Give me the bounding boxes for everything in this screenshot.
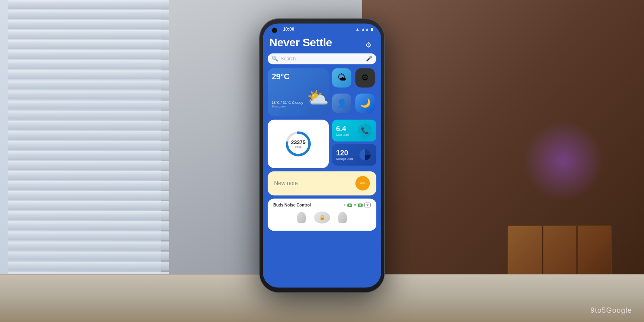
never-settle-title: Never Settle bbox=[268, 33, 376, 53]
scene: 9to5Google 10:00 ▲ ▲▲ ▮ ⚙ Never S bbox=[0, 0, 644, 322]
settings-app-icon[interactable]: ⚙ bbox=[355, 68, 375, 87]
new-note-widget[interactable]: New note ✏ bbox=[268, 171, 376, 195]
status-icons: ▲ ▲▲ ▮ bbox=[355, 27, 373, 31]
status-bar: 10:00 ▲ ▲▲ ▮ bbox=[263, 23, 381, 33]
weather-city: Shenzhen bbox=[272, 105, 303, 108]
battery-icon: ▮ bbox=[371, 27, 373, 31]
weather-app-icon[interactable]: 🌤 bbox=[332, 68, 351, 87]
watermark: 9to5Google bbox=[590, 306, 632, 315]
search-placeholder: Search bbox=[281, 56, 363, 62]
right-earbud bbox=[338, 212, 347, 223]
widget-row-1: 29°C ⛅ 18°C / 31°C Cloudy Shenzhen 🌤 ⚙ 👤… bbox=[268, 68, 376, 116]
widget-row-2: 23375 steps 6.4 Data used bbox=[268, 120, 376, 168]
search-icon: 🔍 bbox=[272, 56, 278, 62]
weather-temp: 29°C bbox=[272, 72, 325, 81]
left-battery-indicator: ■ bbox=[347, 203, 352, 207]
phone-device: 10:00 ▲ ▲▲ ▮ ⚙ Never Settle 🔍 Search bbox=[260, 19, 384, 292]
buds-noise-control-widget[interactable]: Buds Noise Control L ■ R ■ ⊖ 🔒 bbox=[268, 198, 376, 231]
status-time: 10:00 bbox=[283, 27, 294, 31]
contacts-app-icon[interactable]: 👤 bbox=[332, 93, 351, 113]
right-column-widgets: 6.4 Data used 📞 120 Storage used bbox=[332, 120, 376, 168]
buds-battery-indicators: L ■ R ■ ⊖ bbox=[344, 202, 371, 207]
buds-image: 🔒 bbox=[273, 210, 371, 225]
steps-ring: 23375 steps bbox=[284, 130, 312, 158]
storage-widget[interactable]: 120 Storage used bbox=[332, 144, 376, 165]
gear-icon: ⚙ bbox=[365, 41, 372, 50]
right-battery-indicator: ■ bbox=[358, 203, 363, 207]
weather-cloud-icon: ⛅ bbox=[307, 87, 329, 108]
left-earbud bbox=[297, 212, 306, 223]
steps-widget[interactable]: 23375 steps bbox=[268, 120, 329, 168]
phone-screen: 10:00 ▲ ▲▲ ▮ ⚙ Never Settle 🔍 Search bbox=[263, 23, 381, 287]
lock-icon: 🔒 bbox=[319, 215, 325, 220]
bud-case: 🔒 bbox=[314, 211, 330, 223]
case-battery-indicator: ⊖ bbox=[364, 202, 371, 207]
steps-count: 23375 steps bbox=[291, 139, 305, 148]
weather-widget[interactable]: 29°C ⛅ 18°C / 31°C Cloudy Shenzhen bbox=[268, 68, 329, 116]
new-note-edit-button[interactable]: ✏ bbox=[355, 176, 370, 190]
themes-app-icon[interactable]: 🌙 bbox=[355, 93, 375, 113]
app-icons-widget: 🌤 ⚙ 👤 🌙 bbox=[332, 68, 376, 116]
pencil-icon: ✏ bbox=[360, 180, 365, 187]
wifi-icon: ▲ bbox=[355, 27, 359, 31]
signal-icon: ▲▲ bbox=[361, 27, 369, 31]
microphone-icon: 🎤 bbox=[366, 56, 372, 62]
buds-title: Buds Noise Control bbox=[273, 203, 311, 207]
left-label: L bbox=[344, 203, 345, 207]
phone-call-icon: 📞 bbox=[358, 123, 372, 138]
right-label: R bbox=[354, 203, 356, 207]
weather-detail: 18°C / 31°C Cloudy Shenzhen bbox=[272, 101, 303, 108]
new-note-label: New note bbox=[274, 180, 298, 186]
settings-gear-button[interactable]: ⚙ bbox=[363, 39, 374, 51]
screen-content: Never Settle 🔍 Search 🎤 29°C ⛅ 18°C / 31… bbox=[263, 33, 381, 283]
search-bar[interactable]: 🔍 Search 🎤 bbox=[268, 53, 376, 64]
data-usage-widget[interactable]: 6.4 Data used 📞 bbox=[332, 120, 376, 141]
storage-pie-chart bbox=[358, 147, 372, 162]
buds-header: Buds Noise Control L ■ R ■ ⊖ bbox=[273, 202, 371, 207]
